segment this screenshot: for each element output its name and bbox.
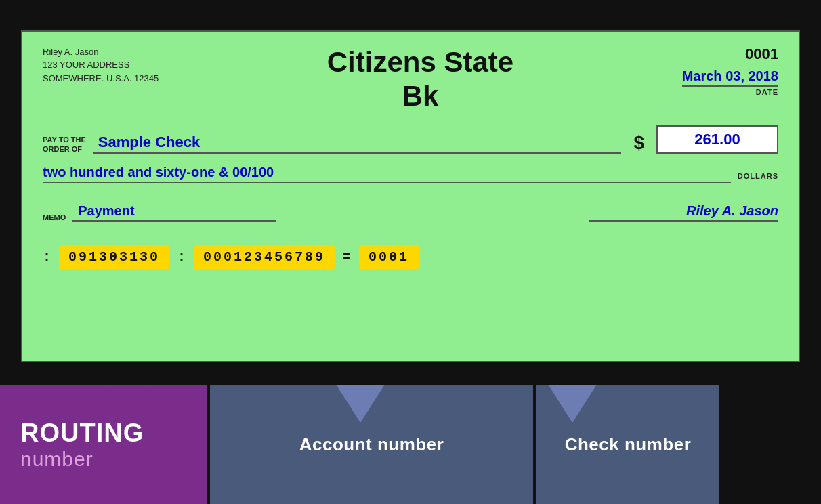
payee-name: Sample Check [98, 133, 200, 150]
micr-open1: : [43, 249, 51, 265]
check-arrow [549, 385, 596, 423]
bottom-bar: ROUTING number Account number Check numb… [0, 385, 821, 504]
signature-line: Riley A. Jason [589, 203, 778, 222]
micr-close1: : [177, 249, 186, 265]
memo-line: Payment [72, 203, 276, 222]
right-black [719, 385, 821, 504]
address-line1: 123 YOUR ADDRESS [43, 58, 159, 72]
amount-words-row: two hundred and sixty-one & 00/100 DOLLA… [43, 165, 778, 183]
account-arrow [337, 385, 384, 423]
routing-number-micr: 091303130 [59, 245, 169, 269]
micr-row: : 091303130 : 000123456789 = 0001 [43, 245, 778, 269]
pay-to-row: PAY TO THE ORDER OF Sample Check $ 261.0… [43, 125, 778, 154]
owner-name: Riley A. Jason [43, 45, 159, 59]
memo-value: Payment [78, 203, 134, 218]
micr-equals: = [343, 249, 351, 265]
check-top-row: Riley A. Jason 123 YOUR ADDRESS SOMEWHER… [43, 45, 778, 114]
routing-label-top: ROUTING [20, 419, 144, 448]
routing-label-bottom: number [20, 448, 93, 471]
routing-arrow [104, 385, 151, 423]
amount-words-line: two hundred and sixty-one & 00/100 [43, 165, 731, 183]
dollars-label: DOLLARS [738, 172, 778, 183]
check-area: Riley A. Jason 123 YOUR ADDRESS SOMEWHER… [0, 0, 821, 385]
amount-box: 261.00 [656, 125, 778, 154]
check: Riley A. Jason 123 YOUR ADDRESS SOMEWHER… [21, 30, 800, 362]
memo-label: MEMO [43, 213, 66, 222]
check-number-display: 0001 [724, 45, 778, 63]
bank-name: Citizens State Bk [172, 45, 668, 114]
pay-to-label: PAY TO THE ORDER OF [43, 135, 86, 154]
date-section: March 03, 2018 DATE [682, 68, 778, 96]
address-line2: SOMEWHERE. U.S.A. 12345 [43, 72, 159, 85]
account-number-micr: 000123456789 [194, 245, 335, 269]
payee-line: Sample Check [93, 133, 622, 154]
memo-signature-row: MEMO Payment Riley A. Jason [43, 203, 778, 222]
top-right-block: 0001 March 03, 2018 DATE [682, 45, 778, 96]
check-label-text: Check number [565, 434, 692, 455]
account-label-text: Account number [299, 434, 444, 455]
dollar-sign: $ [628, 132, 650, 154]
date-label: DATE [756, 88, 778, 96]
amount-words: two hundred and sixty-one & 00/100 [43, 165, 274, 180]
date-value: March 03, 2018 [682, 68, 778, 87]
check-name-address: Riley A. Jason 123 YOUR ADDRESS SOMEWHER… [43, 45, 159, 85]
check-number-micr: 0001 [359, 245, 419, 269]
signature-value: Riley A. Jason [686, 203, 778, 218]
